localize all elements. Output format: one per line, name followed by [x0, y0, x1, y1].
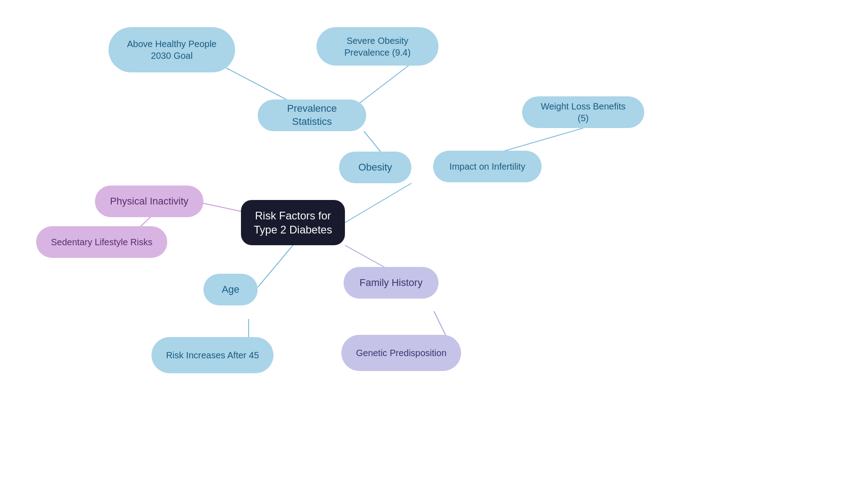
- weight-loss-node: Weight Loss Benefits (5): [522, 96, 644, 128]
- prevalence-node: Prevalence Statistics: [258, 100, 366, 131]
- severe-obesity-node: Severe Obesity Prevalence (9.4): [316, 27, 439, 66]
- svg-line-8: [258, 245, 293, 287]
- risk-after-45-node: Risk Increases After 45: [151, 337, 274, 373]
- svg-line-0: [345, 183, 411, 223]
- above-goal-node: Above Healthy People 2030 Goal: [108, 27, 235, 72]
- age-node: Age: [203, 274, 258, 305]
- infertility-node: Impact on Infertility: [433, 151, 542, 182]
- sedentary-node: Sedentary Lifestyle Risks: [36, 226, 167, 258]
- center-node: Risk Factors for Type 2 Diabetes: [241, 200, 345, 245]
- obesity-node: Obesity: [339, 152, 411, 183]
- genetic-predisposition-node: Genetic Predisposition: [341, 335, 461, 371]
- physical-inactivity-node: Physical Inactivity: [95, 186, 203, 217]
- family-history-node: Family History: [344, 267, 439, 299]
